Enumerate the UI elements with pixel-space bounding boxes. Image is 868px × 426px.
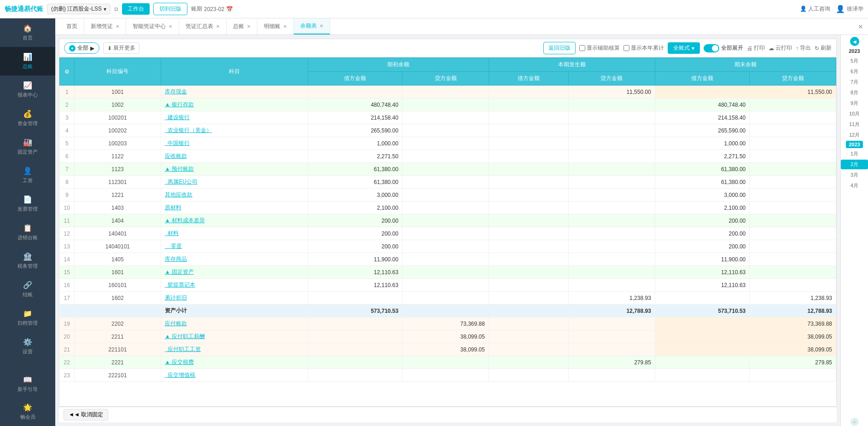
row-name[interactable]: 原材料 <box>161 201 308 214</box>
right-month-2[interactable]: 2月 <box>841 160 868 169</box>
tab-new-voucher-close[interactable]: ✕ <box>116 24 119 29</box>
row-name[interactable]: 惠属EU公司 <box>161 176 308 189</box>
tab-balance-sheet[interactable]: 余额表 ✕ <box>294 18 330 35</box>
tab-voucher-summary-close[interactable]: ✕ <box>216 24 220 29</box>
row-c-debit <box>489 176 568 189</box>
table-row: 23 222101 应交增值税 <box>60 369 836 382</box>
row-name[interactable]: 应付账款 <box>161 317 308 330</box>
row-c-debit <box>489 266 568 279</box>
copy-icon[interactable]: ⧉ <box>114 6 118 12</box>
row-name[interactable]: 应付职工工资 <box>161 343 308 356</box>
unpin-button[interactable]: ◄◄ 取消固定 <box>64 409 108 420</box>
row-c-debit <box>489 150 568 163</box>
right-toggle-bottom[interactable]: ○ <box>851 418 859 426</box>
company-selector[interactable]: (勿删) 江西股金-LSS ▾ <box>47 4 111 14</box>
workspace-button[interactable]: 工作台 <box>122 3 150 15</box>
show-auxiliary-checkbox[interactable]: 显示辅助核算 <box>579 44 620 52</box>
full-mode-button[interactable]: 全账式 ▾ <box>668 42 700 54</box>
sidebar-item-settings[interactable]: ⚙️ 设置 <box>0 332 55 361</box>
expand-all-toggle[interactable]: 全部展开 <box>704 44 743 52</box>
tab-smart-voucher-close[interactable]: ✕ <box>169 24 172 29</box>
row-c-debit <box>489 343 568 356</box>
row-name[interactable]: 应交增值税 <box>161 369 308 382</box>
row-name[interactable]: 胶提票记本 <box>161 279 308 292</box>
right-month-7[interactable]: 7月 <box>841 77 868 87</box>
sidebar-item-archive[interactable]: 📁 归档管理 <box>0 304 55 332</box>
right-month-12[interactable]: 12月 <box>841 130 868 140</box>
row-name[interactable]: ▲ 应交税费 <box>161 356 308 369</box>
tab-general-ledger[interactable]: 总账 ✕ <box>227 18 257 35</box>
tab-general-ledger-close[interactable]: ✕ <box>247 24 250 29</box>
row-name[interactable]: 库存商品 <box>161 253 308 266</box>
row-name[interactable]: 其他应收款 <box>161 189 308 201</box>
row-name[interactable]: 应收账款 <box>161 150 308 163</box>
expand-button[interactable]: ⬇ 展开更多 <box>103 42 140 54</box>
sidebar-item-closing[interactable]: 🔗 结账 <box>0 275 55 304</box>
sidebar-item-tax[interactable]: 🏦 税务管理 <box>0 247 55 275</box>
right-month-10[interactable]: 10月 <box>841 109 868 119</box>
cloud-print-button[interactable]: ☁ 云打印 <box>769 44 792 52</box>
sidebar-item-guide[interactable]: 📖 新手引导 <box>0 370 55 397</box>
sidebar-item-purchases[interactable]: 📋 进销台账 <box>0 218 55 247</box>
row-ps-debit: 61,380.00 <box>308 163 402 176</box>
show-ytd-input[interactable] <box>623 45 629 51</box>
close-all-tabs[interactable]: ✕ <box>858 23 863 30</box>
tab-balance-sheet-close[interactable]: ✕ <box>320 23 323 29</box>
row-code: 1601 <box>75 266 161 279</box>
row-name[interactable]: ▲ 材料成本差异 <box>161 214 308 227</box>
sidebar-item-home[interactable]: 🏠 首页 <box>0 18 55 47</box>
row-name[interactable]: 库存现金 <box>161 86 308 98</box>
row-name[interactable]: 中国银行 <box>161 137 308 150</box>
sidebar-item-salary[interactable]: 👤 工资 <box>0 161 55 190</box>
row-num: 16 <box>60 279 75 292</box>
row-name[interactable]: ▲ 固定资产 <box>161 266 308 279</box>
row-name[interactable]: ▲ 应付职工薪酬 <box>161 330 308 343</box>
row-name[interactable]: 材料 <box>161 227 308 240</box>
calendar-icon[interactable]: 📅 <box>226 6 233 12</box>
print-button[interactable]: 🖨 打印 <box>747 44 765 52</box>
balance-table-wrap[interactable]: ⚙ 科目编号 科目 期初余额 本期发生额 期末余额 借方金额 贷方金额 借方金额 <box>59 57 837 407</box>
tab-voucher-summary[interactable]: 凭证汇总表 ✕ <box>179 18 227 35</box>
row-name[interactable]: 农业银行（美金） <box>161 124 308 137</box>
right-month-5[interactable]: 5月 <box>841 56 868 66</box>
row-name[interactable]: 累计折旧 <box>161 292 308 305</box>
right-month-9[interactable]: 9月 <box>841 98 868 108</box>
right-month-4[interactable]: 4月 <box>841 181 868 190</box>
tab-detail-ledger-close[interactable]: ✕ <box>283 24 287 29</box>
sidebar-item-reports[interactable]: 📈 报表中心 <box>0 75 55 104</box>
tab-detail-ledger-label: 明细账 <box>264 23 280 30</box>
right-month-6[interactable]: 6月 <box>841 67 868 76</box>
th-settings[interactable]: ⚙ <box>60 58 75 86</box>
row-name[interactable]: 建设银行 <box>161 111 308 124</box>
right-month-8[interactable]: 8月 <box>841 88 868 98</box>
switch-version-button[interactable]: 切到旧版 <box>153 3 187 15</box>
toggle-switch[interactable] <box>704 44 719 52</box>
sidebar-item-invoice[interactable]: 📄 发票管理 <box>0 190 55 218</box>
row-code: 1403 <box>75 201 161 214</box>
tab-home[interactable]: 首页 <box>60 18 84 35</box>
filter-button[interactable]: ● 全部 ▶ <box>64 42 99 54</box>
tab-detail-ledger[interactable]: 明细账 ✕ <box>257 18 294 35</box>
refresh-button[interactable]: ↻ 刷新 <box>815 44 832 52</box>
sidebar-item-funds[interactable]: 💰 资金管理 <box>0 104 55 132</box>
go-back-button[interactable]: 返回旧版 <box>543 42 576 54</box>
row-name[interactable]: 零蛋 <box>161 240 308 253</box>
table-row: 6 1122 应收账款 2,271.50 2,271.50 <box>60 150 836 163</box>
right-toggle[interactable]: ◀ <box>850 37 859 46</box>
export-button[interactable]: ↑ 导出 <box>796 44 811 52</box>
tab-new-voucher[interactable]: 新增凭证 ✕ <box>84 18 126 35</box>
sidebar-item-ledger[interactable]: 📊 总账 <box>0 47 55 75</box>
right-month-11[interactable]: 11月 <box>841 120 868 129</box>
right-month-3[interactable]: 3月 <box>841 170 868 180</box>
sidebar-item-member[interactable]: 🌟 畅会员 <box>0 397 55 426</box>
show-ytd-checkbox[interactable]: 显示本年累计 <box>623 44 664 52</box>
sidebar-item-assets[interactable]: 🏭 固定资产 <box>0 132 55 161</box>
right-month-1[interactable]: 1月 <box>841 149 868 159</box>
row-name[interactable]: ▲ 预付账款 <box>161 163 308 176</box>
row-name[interactable]: ▲ 银行存款 <box>161 98 308 111</box>
show-auxiliary-input[interactable] <box>579 45 585 51</box>
row-c-debit <box>489 305 568 317</box>
tab-smart-voucher[interactable]: 智能凭证中心 ✕ <box>126 18 179 35</box>
th-c-credit: 贷方金额 <box>569 72 655 86</box>
consult-btn[interactable]: 👤 人工咨询 <box>800 5 830 13</box>
